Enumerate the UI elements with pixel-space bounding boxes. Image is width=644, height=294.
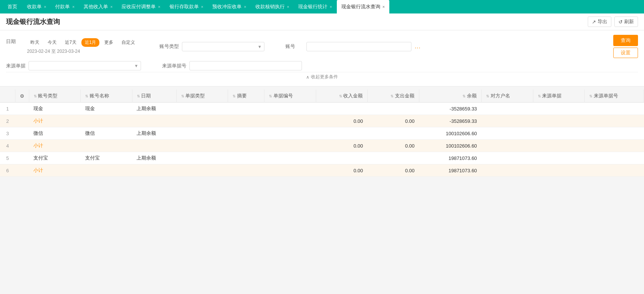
table-container: ⚙⇅ 账号类型⇅ 账号名称⇅ 日期⇅ 单据类型⇅ 摘要⇅ 单据编号⇅ 收入金额⇅…	[0, 90, 644, 177]
table-body: 1现金现金上期余额-3528659.332小计0.000.00-3528659.…	[0, 103, 644, 177]
col-header-balance[interactable]: ⇅ 余额	[419, 90, 481, 103]
cell-date: 上期余额	[132, 152, 176, 164]
table-row: 5支付宝支付宝上期余额19871073.60	[0, 152, 644, 164]
sort-icon-voucher_type: ⇅	[181, 94, 184, 98]
export-button[interactable]: ↗ 导出	[588, 16, 611, 27]
account-input[interactable]	[306, 42, 411, 51]
col-header-account_name[interactable]: ⇅ 账号名称	[81, 90, 132, 103]
col-header-summary[interactable]: ⇅ 摘要	[228, 90, 264, 103]
cell-balance: 19871073.60	[419, 164, 481, 177]
date-btn-今天[interactable]: 今天	[44, 38, 60, 47]
close-icon[interactable]: ×	[330, 4, 332, 9]
cell-account_type: 现金	[29, 103, 81, 115]
cell-income	[316, 103, 368, 115]
account-ellipsis[interactable]: ...	[414, 43, 420, 50]
date-btn-近7天[interactable]: 近7天	[62, 38, 80, 47]
nav-tab-现金银行流水查询[interactable]: 现金银行流水查询×	[337, 0, 389, 13]
close-icon[interactable]: ×	[72, 4, 74, 9]
collapse-up-icon: ∧	[306, 75, 309, 80]
row-settings	[15, 140, 29, 152]
source-voucher-no-input[interactable]	[189, 61, 302, 70]
table-row: 4小计0.000.00100102606.60	[0, 140, 644, 152]
date-btn-近1月[interactable]: 近1月	[81, 38, 100, 47]
filter-row-source: 来源单据 ▾ 来源单据号	[6, 61, 638, 70]
collapse-button[interactable]: ∧ 收起更多条件	[6, 72, 638, 82]
refresh-button[interactable]: ↺ 刷新	[614, 16, 638, 27]
col-header-date[interactable]: ⇅ 日期	[132, 90, 176, 103]
cell-account_name: 微信	[81, 127, 132, 140]
cell-counterparty	[482, 115, 533, 127]
cell-source_voucher	[533, 103, 585, 115]
account-type-select[interactable]: ▾	[182, 42, 264, 51]
nav-tab-付款单[interactable]: 付款单×	[51, 0, 79, 13]
cell-summary	[228, 103, 264, 115]
cell-date: 上期余额	[132, 103, 176, 115]
cell-counterparty	[482, 140, 533, 152]
source-voucher-select[interactable]: ▾	[29, 61, 141, 70]
cell-voucher_type	[176, 164, 228, 177]
nav-tab-预收冲应收单[interactable]: 预收冲应收单×	[208, 0, 251, 13]
col-header-voucher_no[interactable]: ⇅ 单据编号	[264, 90, 316, 103]
col-header-voucher_type[interactable]: ⇅ 单据类型	[176, 90, 228, 103]
row-settings	[15, 152, 29, 164]
col-header-income[interactable]: ⇅ 收入金额	[316, 90, 368, 103]
page-title: 现金银行流水查询	[6, 17, 60, 26]
cell-income	[316, 127, 368, 140]
cell-summary	[228, 115, 264, 127]
settings-button[interactable]: 设置	[613, 48, 638, 58]
nav-tab-现金银行统计[interactable]: 现金银行统计×	[294, 0, 336, 13]
close-icon[interactable]: ×	[383, 4, 385, 9]
nav-tab-银行存取款单[interactable]: 银行存取款单×	[165, 0, 208, 13]
nav-home[interactable]: 首页	[3, 3, 22, 10]
nav-tab-收款核销执行[interactable]: 收款核销执行×	[251, 0, 294, 13]
cell-voucher_no	[264, 164, 316, 177]
sort-icon-source_voucher: ⇅	[538, 94, 541, 98]
date-btn-昨天[interactable]: 昨天	[27, 38, 43, 47]
account-type-label: 账号类型	[159, 43, 179, 50]
close-icon[interactable]: ×	[110, 4, 113, 9]
cell-account_type: 支付宝	[29, 152, 81, 164]
col-header-source_voucher_no[interactable]: ⇅ 来源单据号	[585, 90, 644, 103]
close-icon[interactable]: ×	[201, 4, 203, 9]
refresh-icon: ↺	[618, 19, 623, 25]
cell-voucher_type	[176, 103, 228, 115]
col-header-account_type[interactable]: ⇅ 账号类型	[29, 90, 81, 103]
source-voucher-no-label: 来源单据号	[162, 63, 186, 69]
cell-account_name: 现金	[81, 103, 132, 115]
date-btn-更多[interactable]: 更多	[101, 38, 117, 47]
row-settings	[15, 127, 29, 140]
cell-summary	[228, 164, 264, 177]
cell-date: 上期余额	[132, 127, 176, 140]
row-num: 4	[0, 140, 15, 152]
close-icon[interactable]: ×	[244, 4, 246, 9]
close-icon[interactable]: ×	[287, 4, 289, 9]
col-header-settings[interactable]: ⚙	[15, 90, 29, 103]
nav-tab-其他收入单[interactable]: 其他收入单×	[79, 0, 117, 13]
col-header-counterparty[interactable]: ⇅ 对方户名	[482, 90, 533, 103]
cell-account_type: 小计	[29, 115, 81, 127]
cell-source_voucher	[533, 140, 585, 152]
sort-icon-account_name: ⇅	[85, 94, 88, 98]
cell-counterparty	[482, 103, 533, 115]
cell-source_voucher_no	[585, 127, 644, 140]
cell-summary	[228, 152, 264, 164]
cell-source_voucher_no	[585, 103, 644, 115]
nav-tab-收款单[interactable]: 收款单×	[23, 0, 51, 13]
row-settings	[15, 103, 29, 115]
cell-account_type: 小计	[29, 164, 81, 177]
account-label: 账号	[285, 43, 303, 50]
close-icon[interactable]: ×	[158, 4, 160, 9]
cell-voucher_no	[264, 140, 316, 152]
cell-balance: 19871073.60	[419, 152, 481, 164]
row-num: 3	[0, 127, 15, 140]
sort-up-icon: ⇅	[390, 94, 393, 98]
col-header-source_voucher[interactable]: ⇅ 来源单据	[533, 90, 585, 103]
nav-tab-应收应付调整单[interactable]: 应收应付调整单×	[117, 0, 165, 13]
main-table: ⚙⇅ 账号类型⇅ 账号名称⇅ 日期⇅ 单据类型⇅ 摘要⇅ 单据编号⇅ 收入金额⇅…	[0, 90, 644, 177]
col-header-num[interactable]	[0, 90, 15, 103]
close-icon[interactable]: ×	[44, 4, 46, 9]
query-button[interactable]: 查询	[613, 35, 638, 46]
date-btn-自定义[interactable]: 自定义	[118, 38, 138, 47]
cell-voucher_type	[176, 140, 228, 152]
col-header-expense[interactable]: ⇅ 支出金额	[368, 90, 419, 103]
